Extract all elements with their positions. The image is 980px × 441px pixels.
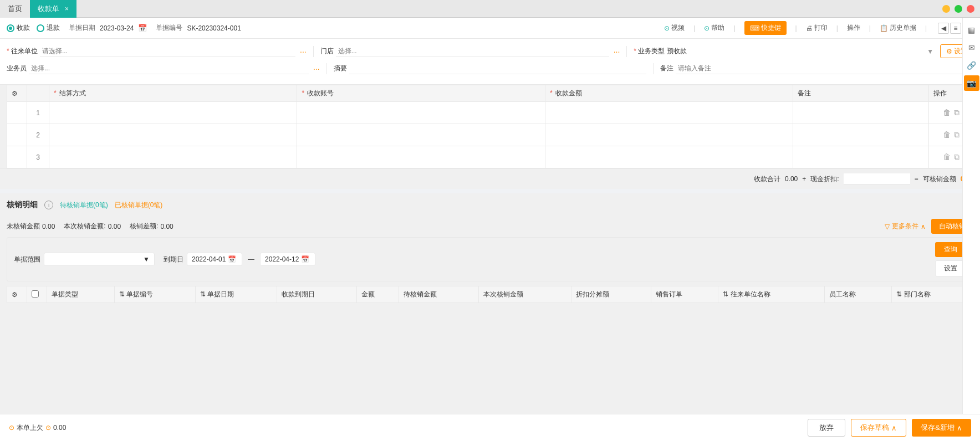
td-account-2[interactable] (297, 124, 545, 146)
operation-btn[interactable]: 操作 (847, 23, 860, 33)
table-settings-icon: ⚙ (12, 90, 18, 98)
td-account-1[interactable] (297, 102, 545, 124)
current-check-label: 本次核销金额: (64, 222, 105, 231)
current-check-value: 0.00 (108, 223, 121, 230)
tab-current[interactable]: 收款单 × (30, 0, 76, 18)
radio-refund[interactable]: 退款 (37, 23, 60, 33)
nuclear-header: 核销明细 i 待核销单据(0笔) 已核销单据(0笔) (7, 200, 973, 210)
th-settlement: 结算方式 (49, 85, 297, 102)
td-notes-1[interactable] (793, 102, 929, 124)
summary-net-label: 可核销金额 (923, 175, 956, 184)
tab-current-label: 收款单 (38, 0, 59, 18)
counterpart-input[interactable] (40, 45, 295, 57)
video-btn[interactable]: ⊙ 视频 (664, 23, 685, 33)
bt-th-current: 本次核销金额 (479, 286, 571, 303)
radio-income[interactable]: 收款 (7, 23, 30, 33)
td-amount-1[interactable] (545, 102, 793, 124)
shortcut-button[interactable]: ⌨ 快捷键 (744, 21, 787, 35)
nuclear-info-icon[interactable]: i (44, 201, 53, 209)
date-value: 2023-03-24 (100, 24, 134, 32)
notes-input[interactable] (676, 63, 973, 74)
counterpart-field: 往来单位 ··· (7, 45, 307, 57)
more-filter-label: 更多条件 (892, 222, 918, 231)
sidebar-mail-icon[interactable]: ✉ (964, 40, 979, 55)
layout-list-icon[interactable]: ≡ (950, 23, 961, 34)
more-filter-btn[interactable]: ▽ 更多条件 ∧ (885, 222, 926, 231)
td-settlement-2[interactable] (49, 124, 297, 146)
summary-label: 摘要 (334, 64, 347, 73)
staff-more-icon[interactable]: ··· (313, 64, 320, 73)
td-settlement-1[interactable] (49, 102, 297, 124)
business-type-label: 业务类型 (634, 47, 665, 56)
calendar-icon[interactable]: 📅 (138, 24, 147, 32)
th-settings[interactable]: ⚙ (7, 85, 27, 102)
help-btn[interactable]: ⊙ 帮助 (704, 23, 724, 33)
td-notes-3[interactable] (793, 146, 929, 168)
summary-field: 摘要 (334, 63, 647, 74)
window-close-button[interactable] (967, 5, 974, 13)
window-minimize-button[interactable] (942, 5, 950, 13)
tab-bar: 首页 收款单 × (0, 0, 980, 18)
copy-row-3-icon[interactable]: ⧉ (954, 152, 959, 162)
bill-no-label: 单据编号 (156, 23, 182, 33)
delete-row-2-icon[interactable]: 🗑 (943, 130, 951, 140)
range-field: 单据范围 ▼ (14, 253, 155, 266)
query-button[interactable]: 查询 (935, 242, 966, 257)
td-notes-2[interactable] (793, 124, 929, 146)
radio-income-dot (7, 24, 14, 32)
select-all-checkbox[interactable] (32, 290, 39, 298)
print-btn[interactable]: 🖨 打印 (806, 23, 828, 33)
radio-refund-dot (37, 24, 44, 32)
history-btn[interactable]: 📋 历史单据 (880, 23, 916, 33)
tab-close-icon[interactable]: × (65, 0, 69, 18)
operation-label: 操作 (847, 23, 860, 33)
copy-row-2-icon[interactable]: ⧉ (954, 130, 959, 140)
bt-th-type: 单据类型 (47, 286, 115, 303)
counterpart-more-icon[interactable]: ··· (300, 47, 307, 56)
summary-input[interactable] (349, 63, 647, 74)
date-from-input[interactable]: 2022-04-01 📅 (187, 253, 242, 266)
date-to-input[interactable]: 2022-04-12 📅 (260, 253, 315, 266)
summary-discount-input[interactable] (844, 173, 910, 184)
check-diff-label: 核销差额: (130, 222, 158, 231)
td-settlement-3[interactable] (49, 146, 297, 168)
section-divider (0, 189, 980, 193)
sidebar-table-icon[interactable]: ▦ (964, 22, 979, 38)
nuclear-stats: 未核销金额 0.00 本次核销金额: 0.00 核销差额: 0.00 ▽ 更多条… (7, 216, 973, 237)
form-row-2: 业务员 ··· 摘要 备注 (7, 63, 973, 74)
window-maximize-button[interactable] (955, 5, 962, 13)
bt-th-pending: 待核销金额 (399, 286, 479, 303)
layout-prev-icon[interactable]: ◀ (938, 23, 949, 34)
scroll-area[interactable]: 收款 退款 单据日期 2023-03-24 📅 单据编号 SK-20230324… (0, 18, 980, 418)
staff-input[interactable] (29, 63, 309, 74)
unchecked-value: 0.00 (42, 223, 55, 230)
sidebar-link-icon[interactable]: 🔗 (964, 58, 979, 73)
store-input[interactable] (336, 45, 609, 57)
filter-settings-button[interactable]: 设置 (935, 260, 966, 276)
delete-row-1-icon[interactable]: 🗑 (943, 108, 951, 117)
td-amount-3[interactable] (545, 146, 793, 168)
bt-th-dept: ⇅ 部门名称 (892, 286, 973, 303)
bill-no-value: SK-20230324-001 (187, 24, 241, 32)
bt-th-due: 收款到期日 (277, 286, 356, 303)
td-row-3: 3 (27, 146, 49, 168)
td-amount-2[interactable] (545, 124, 793, 146)
range-select[interactable]: ▼ (44, 253, 155, 266)
sidebar-camera-icon[interactable]: 📷 (964, 75, 979, 91)
business-type-select[interactable]: 预收款 ▼ (667, 47, 933, 56)
th-amount: 收款金额 (545, 85, 793, 102)
td-account-3[interactable] (297, 146, 545, 168)
check-diff-value: 0.00 (160, 223, 173, 230)
date-to-calendar-icon: 📅 (301, 255, 309, 263)
bt-th-settings[interactable]: ⚙ (7, 286, 27, 303)
td-row-2: 2 (27, 124, 49, 146)
delete-row-3-icon[interactable]: 🗑 (943, 152, 951, 162)
unchecked-amount: 未核销金额 0.00 (7, 222, 55, 231)
copy-row-1-icon[interactable]: ⧉ (954, 108, 959, 117)
tab-home[interactable]: 首页 (0, 0, 30, 18)
bt-th-checkbox[interactable] (27, 286, 47, 303)
counterpart-label: 往来单位 (7, 47, 38, 56)
done-tab[interactable]: 已核销单据(0笔) (115, 201, 163, 210)
store-more-icon[interactable]: ··· (614, 47, 620, 56)
pending-tab[interactable]: 待核销单据(0笔) (60, 201, 108, 210)
